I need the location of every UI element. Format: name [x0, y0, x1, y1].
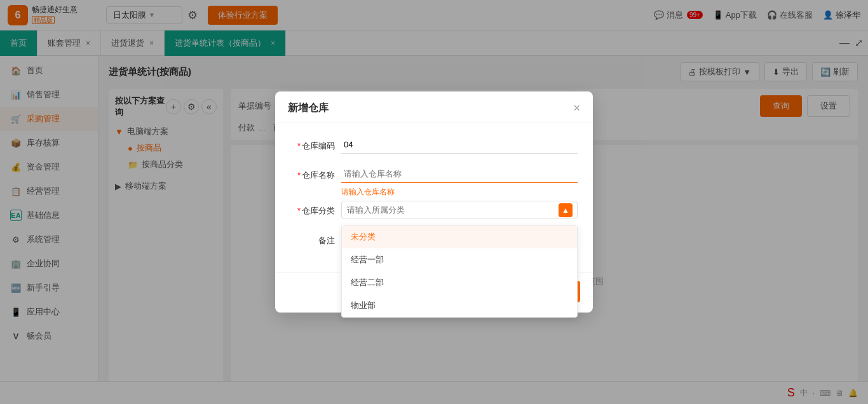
category-dropdown: 未分类 经营一部 经营二部 物业部: [341, 225, 578, 318]
dropdown-item-property[interactable]: 物业部: [342, 294, 577, 317]
add-warehouse-modal: 新增仓库 × 仓库编码 仓库名称 请输入仓库名称 仓库分类 ▲ 未分类 经营一部: [275, 91, 593, 313]
form-row-name: 仓库名称 请输入仓库名称: [290, 165, 578, 183]
modal-header: 新增仓库 ×: [275, 91, 593, 123]
modal-body: 仓库编码 仓库名称 请输入仓库名称 仓库分类 ▲ 未分类 经营一部 经营二部 物…: [275, 123, 593, 273]
note-label: 备注: [290, 231, 341, 246]
warehouse-name-input[interactable]: [341, 165, 578, 183]
category-input[interactable]: [341, 201, 578, 219]
form-row-code: 仓库编码: [290, 136, 578, 154]
dropdown-item-dept1[interactable]: 经营一部: [342, 248, 577, 271]
dropdown-item-dept2[interactable]: 经营二部: [342, 271, 577, 294]
dropdown-item-unclassified[interactable]: 未分类: [342, 226, 577, 248]
form-row-category: 仓库分类 ▲ 未分类 经营一部 经营二部 物业部: [290, 201, 578, 219]
category-select-wrapper: ▲ 未分类 经营一部 经营二部 物业部: [341, 201, 578, 219]
category-label: 仓库分类: [290, 201, 341, 217]
category-arrow-icon[interactable]: ▲: [559, 203, 573, 217]
code-label: 仓库编码: [290, 136, 341, 152]
modal-close-button[interactable]: ×: [573, 102, 580, 115]
name-label: 仓库名称: [290, 165, 341, 181]
modal-title: 新增仓库: [288, 102, 329, 115]
name-error-message: 请输入仓库名称: [341, 187, 395, 198]
warehouse-code-input[interactable]: [341, 136, 578, 154]
